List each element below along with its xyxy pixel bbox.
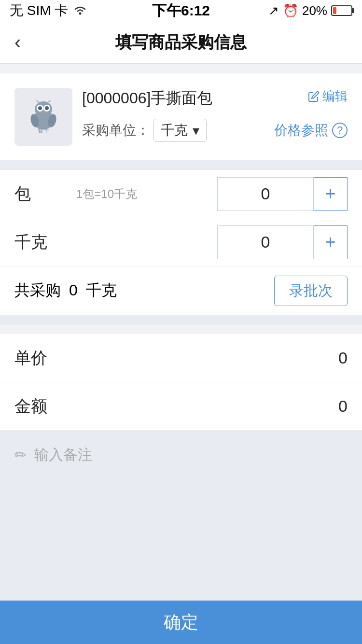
- battery-pct: 20%: [302, 3, 327, 18]
- svg-text:智十: 智十: [38, 127, 49, 134]
- unit-price-value: 0: [338, 349, 348, 367]
- page-title: 填写商品采购信息: [115, 31, 247, 54]
- carrier-text: 无 SIM 卡: [10, 1, 68, 20]
- unit-price-row: 单价 0: [0, 334, 362, 382]
- pencil-icon: ✏: [14, 447, 27, 463]
- summary-text: 共采购 0 千克: [14, 280, 117, 301]
- amount-value: 0: [338, 397, 348, 416]
- svg-marker-9: [47, 99, 51, 102]
- price-section: 单价 0 金额 0: [0, 334, 362, 431]
- product-card: 智十 [0000006]手撕面包 编辑 采购单位： 千: [0, 73, 362, 160]
- price-ref-button[interactable]: 价格参照 ?: [274, 121, 348, 140]
- pack-sub-label: 1包=10千克: [76, 186, 137, 202]
- battery-icon: [331, 5, 352, 16]
- section-divider-2: [0, 315, 362, 324]
- quantity-form: 包 1包=10千克 + 千克 +: [0, 170, 362, 266]
- kg-input-group: +: [217, 225, 348, 259]
- status-bar: 无 SIM 卡 下午6:12 ↗ ⏰ 20%: [0, 0, 362, 21]
- pack-plus-button[interactable]: +: [314, 177, 348, 211]
- unit-selector[interactable]: 千克 ▾: [153, 119, 207, 142]
- product-info: [0000006]手撕面包 编辑 采购单位： 千克 ▾: [82, 88, 348, 142]
- pack-input-group: +: [217, 177, 348, 211]
- notes-section[interactable]: ✏ 输入备注: [0, 431, 362, 479]
- unit-value: 千克: [161, 121, 188, 140]
- svg-marker-8: [36, 99, 40, 102]
- product-logo: 智十: [24, 96, 63, 139]
- svg-point-5: [38, 106, 42, 110]
- alarm-icon: ⏰: [283, 3, 298, 18]
- amount-row: 金额 0: [0, 382, 362, 431]
- edit-button[interactable]: 编辑: [308, 88, 348, 105]
- nav-bar: ‹ 填写商品采购信息: [0, 21, 362, 64]
- amount-label: 金额: [14, 395, 47, 418]
- kg-row: 千克 +: [0, 218, 362, 266]
- location-icon: ↗: [268, 3, 279, 18]
- product-image: 智十: [14, 88, 72, 146]
- status-time: 下午6:12: [152, 1, 210, 21]
- svg-point-6: [45, 106, 49, 110]
- chevron-down-icon: ▾: [193, 123, 199, 139]
- batch-button[interactable]: 录批次: [274, 276, 348, 306]
- confirm-section[interactable]: 确定: [0, 601, 362, 644]
- unit-price-label: 单价: [14, 347, 47, 369]
- kg-plus-button[interactable]: +: [314, 225, 348, 259]
- back-button[interactable]: ‹: [14, 31, 30, 53]
- help-icon: ?: [332, 123, 348, 138]
- summary-row: 共采购 0 千克 录批次: [0, 266, 362, 315]
- pack-label: 包: [14, 183, 72, 205]
- product-name: [0000006]手撕面包: [82, 88, 212, 109]
- svg-point-0: [79, 13, 82, 15]
- notes-input[interactable]: 输入备注: [34, 445, 92, 465]
- pack-input[interactable]: [217, 177, 314, 211]
- section-divider-1: [0, 160, 362, 170]
- pack-row: 包 1包=10千克 +: [0, 170, 362, 218]
- wifi-icon: [73, 3, 87, 18]
- confirm-button[interactable]: 确定: [164, 611, 198, 634]
- kg-label: 千克: [14, 231, 72, 253]
- purchase-unit-label: 采购单位：: [82, 121, 150, 140]
- kg-input[interactable]: [217, 225, 314, 259]
